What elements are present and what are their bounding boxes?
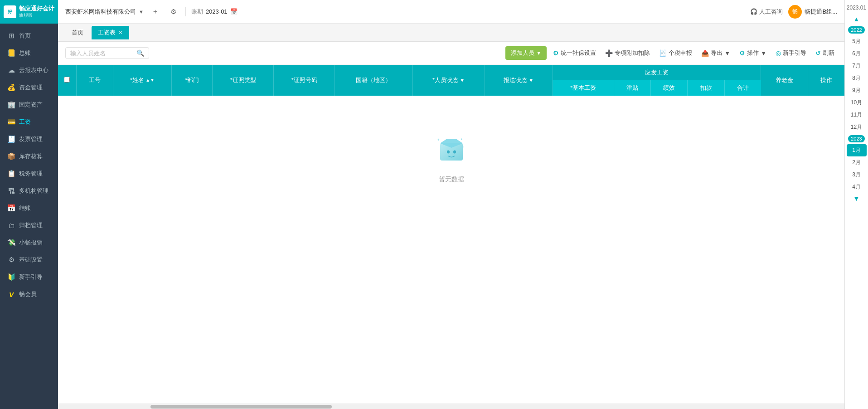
export-action[interactable]: 📤 导出 ▼ bbox=[698, 47, 733, 59]
guide-action[interactable]: ◎ 新手引导 bbox=[773, 47, 809, 59]
tab-close-button[interactable]: ✕ bbox=[118, 29, 123, 36]
sidebar-item-settings[interactable]: ⚙ 基础设置 bbox=[0, 251, 58, 268]
search-input[interactable] bbox=[70, 50, 134, 57]
sidebar-item-multi-org[interactable]: 🏗 多机构管理 bbox=[0, 182, 58, 200]
right-panel: 2023.01 ▲ 2022 5月 6月 7月 8月 9月 10月 11月 12… bbox=[844, 0, 868, 409]
period-info: 账期 2023-01 📅 bbox=[191, 8, 238, 16]
scrollbar-thumb[interactable] bbox=[150, 405, 332, 409]
special-deduct-label: 专项附加扣除 bbox=[615, 49, 650, 57]
empty-icon: ✦ ✦ ✦ bbox=[433, 132, 470, 168]
table-scrollbar[interactable] bbox=[58, 404, 844, 409]
month-2022-11[interactable]: 11月 bbox=[847, 109, 867, 121]
add-person-arrow: ▼ bbox=[536, 50, 541, 56]
user-menu[interactable]: 畅 畅捷通B组... bbox=[788, 5, 837, 19]
col-status: *人员状态 ▼ bbox=[412, 65, 485, 96]
sidebar-item-home[interactable]: ⊞ 首页 bbox=[0, 27, 58, 44]
sidebar-item-payroll[interactable]: 💳 工资 bbox=[0, 113, 58, 131]
table-wrapper: 工号 *姓名 ▲▼ *部门 *证照类型 *证照号码 国籍（地区） bbox=[58, 65, 844, 404]
guide-action-icon: ◎ bbox=[776, 49, 781, 57]
select-all-checkbox[interactable] bbox=[64, 77, 70, 83]
col-performance: 绩效 bbox=[651, 80, 688, 96]
sidebar-item-guide[interactable]: 🔰 新手引导 bbox=[0, 268, 58, 286]
period-label: 账期 bbox=[191, 8, 203, 16]
sidebar-label-tax: 税务管理 bbox=[19, 170, 43, 178]
month-2023-03[interactable]: 3月 bbox=[847, 169, 867, 181]
refresh-action[interactable]: ↺ 刷新 bbox=[813, 47, 837, 59]
sidebar-label-cloud-report: 云报表中心 bbox=[19, 66, 48, 74]
special-deduct-action[interactable]: ➕ 专项附加扣除 bbox=[602, 47, 653, 59]
prev-year-button[interactable]: ▲ bbox=[845, 14, 868, 24]
social-security-action[interactable]: ⚙ 统一社保设置 bbox=[550, 47, 599, 59]
sidebar-item-fixed-assets[interactable]: 🏢 固定资产 bbox=[0, 96, 58, 113]
refresh-label: 刷新 bbox=[823, 49, 834, 57]
sidebar-item-tax[interactable]: 📋 税务管理 bbox=[0, 165, 58, 182]
col-nation: 国籍（地区） bbox=[335, 65, 412, 96]
col-cert-no: *证照号码 bbox=[274, 65, 335, 96]
sidebar-item-invoice[interactable]: 🧾 发票管理 bbox=[0, 131, 58, 148]
empty-state: ✦ ✦ ✦ 暂无数据 bbox=[58, 96, 844, 220]
help-button[interactable]: 🎧 人工咨询 bbox=[750, 8, 783, 16]
sidebar-label-expense: 小畅报销 bbox=[19, 239, 43, 247]
guide-icon: 🔰 bbox=[7, 273, 15, 281]
sidebar-item-member[interactable]: V 畅会员 bbox=[0, 286, 58, 303]
search-icon: 🔍 bbox=[136, 49, 144, 57]
content-area: 🔍 添加人员 ▼ ⚙ 统一社保设置 ➕ 专项附加扣除 🧾 个税申报 bbox=[58, 42, 844, 409]
topbar-divider bbox=[185, 7, 186, 16]
logo-text-group: 畅应通好会计 旗舰版 bbox=[19, 5, 54, 19]
col-deduct: 扣款 bbox=[688, 80, 724, 96]
sidebar-item-cloud-report[interactable]: ☁ 云报表中心 bbox=[0, 62, 58, 79]
logo-icon: 好 bbox=[4, 5, 16, 18]
sidebar-item-expense[interactable]: 💸 小畅报销 bbox=[0, 234, 58, 251]
sidebar-item-close-account[interactable]: 📅 结账 bbox=[0, 200, 58, 217]
month-2022-09[interactable]: 9月 bbox=[847, 84, 867, 97]
personal-tax-action[interactable]: 🧾 个税申报 bbox=[656, 47, 695, 59]
sidebar-item-inventory[interactable]: 📦 库存核算 bbox=[0, 148, 58, 165]
social-security-icon: ⚙ bbox=[553, 49, 559, 57]
sidebar-item-ledger[interactable]: 📒 总账 bbox=[0, 44, 58, 62]
table-header-row-1: 工号 *姓名 ▲▼ *部门 *证照类型 *证照号码 国籍（地区） bbox=[58, 65, 844, 80]
add-company-button[interactable]: ＋ bbox=[149, 5, 162, 18]
month-2022-06[interactable]: 6月 bbox=[847, 48, 867, 60]
month-2023-02[interactable]: 2月 bbox=[847, 156, 867, 169]
month-2023-01[interactable]: 1月 bbox=[847, 144, 867, 156]
col-cert-type: *证照类型 bbox=[213, 65, 274, 96]
next-year-button[interactable]: ▼ bbox=[845, 193, 868, 204]
filter-submit-icon[interactable]: ▼ bbox=[529, 78, 533, 83]
month-2022-12[interactable]: 12月 bbox=[847, 121, 867, 133]
sidebar-label-multi-org: 多机构管理 bbox=[19, 187, 48, 195]
month-2023-04[interactable]: 4月 bbox=[847, 181, 867, 193]
cloud-icon: ☁ bbox=[7, 66, 15, 74]
operations-action[interactable]: ⚙ 操作 ▼ bbox=[737, 47, 769, 59]
add-person-button[interactable]: 添加人员 ▼ bbox=[505, 46, 547, 60]
help-label: 人工咨询 bbox=[759, 8, 783, 16]
operations-arrow: ▼ bbox=[761, 50, 766, 57]
company-selector[interactable]: 西安虾米网络科技有限公司 ▼ bbox=[65, 8, 144, 16]
period-value: 2023-01 bbox=[206, 8, 228, 15]
calendar-icon[interactable]: 📅 bbox=[230, 8, 238, 15]
col-submit-status: 报送状态 ▼ bbox=[485, 65, 553, 96]
tab-payroll-table[interactable]: 工资表 ✕ bbox=[92, 26, 129, 39]
topbar-right: 🎧 人工咨询 畅 畅捷通B组... bbox=[750, 5, 837, 19]
export-icon: 📤 bbox=[701, 49, 709, 57]
month-2022-10[interactable]: 10月 bbox=[847, 97, 867, 109]
search-box[interactable]: 🔍 bbox=[65, 47, 149, 59]
col-status-label: *人员状态 bbox=[432, 76, 458, 84]
sidebar-label-guide: 新手引导 bbox=[19, 273, 43, 281]
tab-home[interactable]: 首页 bbox=[65, 26, 90, 39]
tax-icon: 📋 bbox=[7, 170, 15, 178]
sort-name-icon[interactable]: ▲▼ bbox=[145, 78, 155, 82]
sidebar-item-archive[interactable]: 🗂 归档管理 bbox=[0, 217, 58, 234]
settings-icon: ⚙ bbox=[7, 256, 15, 264]
sidebar-label-member: 畅会员 bbox=[19, 290, 37, 298]
year-2023-badge: 2023 bbox=[848, 135, 864, 142]
col-total: 合计 bbox=[724, 80, 761, 96]
month-2022-05[interactable]: 5月 bbox=[847, 35, 867, 48]
month-2022-07[interactable]: 7月 bbox=[847, 60, 867, 72]
filter-status-icon[interactable]: ▼ bbox=[460, 78, 465, 83]
sidebar-item-fund[interactable]: 💰 资金管理 bbox=[0, 79, 58, 96]
settings-button[interactable]: ⚙ bbox=[167, 5, 180, 18]
tab-payroll-label: 工资表 bbox=[98, 29, 116, 37]
month-2022-08[interactable]: 8月 bbox=[847, 72, 867, 84]
col-name-label: *姓名 bbox=[130, 76, 144, 84]
fund-icon: 💰 bbox=[7, 83, 15, 92]
